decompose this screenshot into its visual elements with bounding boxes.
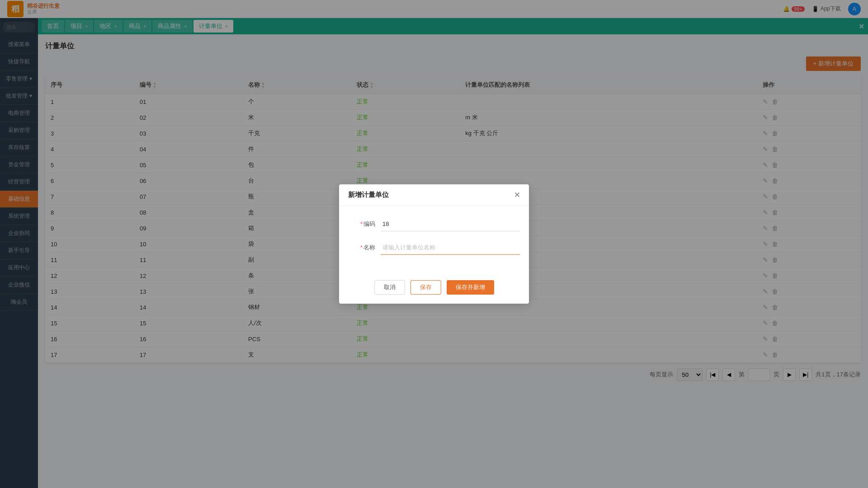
modal-overlay: 新增计量单位 ✕ *编码 *名称 取消 保存 保存并新增 [0,0,868,488]
modal-footer: 取消 保存 保存并新增 [339,275,529,304]
name-input[interactable] [381,240,520,255]
modal-body: *编码 *名称 [339,206,529,275]
save-button[interactable]: 保存 [410,280,441,295]
modal-header: 新增计量单位 ✕ [339,184,529,206]
form-row-name: *名称 [348,240,520,255]
code-input[interactable] [381,217,520,231]
name-label: *名称 [348,244,375,252]
code-label: *编码 [348,220,375,228]
modal: 新增计量单位 ✕ *编码 *名称 取消 保存 保存并新增 [339,184,529,304]
modal-title: 新增计量单位 [348,191,389,199]
cancel-button[interactable]: 取消 [374,280,405,295]
save-and-new-button[interactable]: 保存并新增 [447,280,494,295]
modal-close-btn[interactable]: ✕ [514,191,520,199]
form-row-code: *编码 [348,217,520,231]
